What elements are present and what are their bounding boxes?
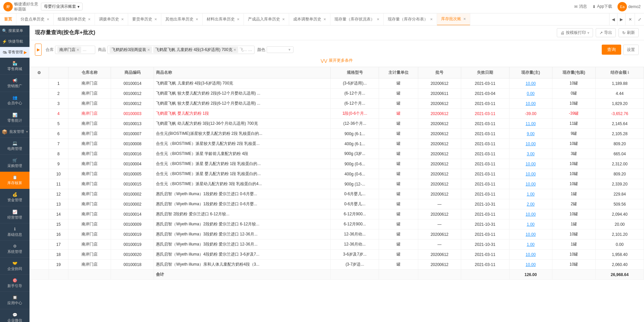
refresh-button[interactable]: ↻ 刷新 bbox=[619, 28, 639, 37]
sidebar-search[interactable]: 🔍 搜索菜单 bbox=[0, 25, 30, 36]
row-settings[interactable] bbox=[30, 149, 49, 159]
tab-chengben[interactable]: 成本调整单历史 ✕ bbox=[289, 13, 330, 25]
warehouse-tag-container[interactable]: 南岸门店 ✕ … bbox=[55, 46, 95, 54]
row-settings[interactable] bbox=[30, 159, 49, 169]
sidebar-item-retail-shop[interactable]: 🏪 零售商城 bbox=[0, 58, 30, 75]
tab-close-chengben[interactable]: ✕ bbox=[323, 17, 326, 21]
sidebar-quicknav[interactable]: ⚡ 快捷导航 bbox=[0, 36, 30, 47]
tab-close-zuzhuan[interactable]: ✕ bbox=[88, 17, 91, 21]
message-button[interactable]: ✉ 消息 bbox=[574, 4, 587, 9]
th-settings[interactable]: ⚙ bbox=[30, 67, 49, 78]
row-qty-main-link[interactable]: 10.00 bbox=[526, 212, 536, 217]
sidebar-item-ecommerce[interactable]: 💻 电商管理 bbox=[0, 138, 30, 155]
row-settings[interactable] bbox=[30, 139, 49, 149]
filter-expand-button[interactable]: ▶ bbox=[35, 44, 42, 56]
row-settings[interactable] bbox=[30, 209, 49, 219]
warehouse-tag-remove[interactable]: ✕ bbox=[76, 48, 79, 52]
sidebar-item-system[interactable]: ⚙ 系统管理 bbox=[0, 240, 30, 258]
nav-close-all[interactable]: ✕ bbox=[625, 13, 635, 25]
sidebar-item-retail-management[interactable]: 🛍 零售管理 ▶ bbox=[0, 47, 30, 58]
sidebar-item-member[interactable]: 👥 会员中心 bbox=[0, 92, 30, 109]
row-settings[interactable] bbox=[30, 179, 49, 189]
row-qty-main-link[interactable]: 1.00 bbox=[527, 222, 534, 227]
sidebar-item-apps[interactable]: 🔲 应用中心 bbox=[0, 292, 30, 309]
nav-arrow-left[interactable]: ◀ bbox=[609, 13, 617, 25]
filter-more-warehouse[interactable]: … bbox=[83, 47, 87, 52]
row-qty-main-link[interactable]: 0.00 bbox=[527, 91, 534, 96]
tab-close-yaohuo[interactable]: ✕ bbox=[154, 17, 157, 21]
row-settings[interactable] bbox=[30, 89, 49, 99]
row-settings[interactable] bbox=[30, 189, 49, 199]
nav-arrow-right[interactable]: ▶ bbox=[617, 13, 625, 25]
row-qty-main-link[interactable]: 1.00 bbox=[527, 192, 534, 197]
tab-zuzhuan[interactable]: 组装拆卸单历史 ✕ bbox=[54, 13, 95, 25]
tab-close-cailiao[interactable]: ✕ bbox=[237, 17, 239, 21]
query-button[interactable]: 查询 bbox=[602, 45, 621, 55]
sidebar-item-retail-stats[interactable]: 📊 零售统计 bbox=[0, 109, 30, 126]
row-settings[interactable] bbox=[30, 250, 49, 260]
expand-more-conditions[interactable]: ⋁⋁ 展开更多条件 bbox=[35, 58, 639, 63]
sidebar-item-purchase[interactable]: 🛒 采购管理 bbox=[0, 155, 30, 172]
sidebar-item-basics[interactable]: ℹ 基础信息 bbox=[0, 223, 30, 240]
download-button[interactable]: ⬇ App下载 bbox=[592, 4, 612, 9]
row-qty-main-link[interactable]: 10.00 bbox=[526, 142, 536, 146]
row-qty-main-link[interactable]: 10.00 bbox=[526, 101, 536, 106]
nav-maximize[interactable]: ⤢ bbox=[635, 13, 644, 25]
org-select[interactable]: 母婴行业演示账套 ▾ bbox=[41, 3, 83, 10]
row-qty-main-link[interactable]: 10.00 bbox=[526, 262, 536, 267]
tab-close-fenpan[interactable]: ✕ bbox=[47, 17, 49, 21]
tab-close-xiancun2[interactable]: ✕ bbox=[430, 17, 433, 21]
tab-close-kucun[interactable]: ✕ bbox=[463, 17, 466, 21]
tab-diaobo[interactable]: 调拨单历史 ✕ bbox=[95, 13, 128, 25]
row-settings[interactable] bbox=[30, 219, 49, 229]
tab-xiancun1[interactable]: 现存量（库存状况表） ✕ bbox=[330, 13, 384, 25]
row-qty-main-link[interactable]: 1.00 bbox=[527, 242, 534, 247]
tab-close-xiancun1[interactable]: ✕ bbox=[377, 17, 379, 21]
tab-chanchen[interactable]: 产成品入库单历史 ✕ bbox=[244, 13, 289, 25]
user-profile[interactable]: Ea demo2 bbox=[618, 2, 641, 11]
tab-qitachu[interactable]: 其他出库单历史 ✕ bbox=[161, 13, 203, 25]
row-qty-main-link[interactable]: 9.00 bbox=[527, 131, 534, 136]
row-qty-main-link[interactable]: 2.00 bbox=[527, 202, 534, 207]
product-tag-1-remove[interactable]: ✕ bbox=[147, 48, 150, 52]
product-tag-2-remove[interactable]: ✕ bbox=[233, 48, 236, 52]
row-qty-main-link[interactable]: 10.00 bbox=[526, 81, 536, 86]
sidebar-item-guide[interactable]: 🎯 新手引导 bbox=[0, 275, 30, 292]
sidebar-item-operations[interactable]: 📈 经营管理 bbox=[0, 206, 30, 223]
row-qty-main-link[interactable]: 10.00 bbox=[526, 252, 536, 257]
sidebar-item-wholesale[interactable]: 📦 批发管理 ▾ bbox=[0, 126, 30, 138]
row-settings[interactable] bbox=[30, 260, 49, 270]
tab-close-chanchen[interactable]: ✕ bbox=[282, 17, 285, 21]
row-qty-main-link[interactable]: 10.00 bbox=[526, 172, 536, 176]
export-button[interactable]: ↗ 导出 bbox=[596, 28, 616, 37]
tab-close-diaobo[interactable]: ✕ bbox=[121, 17, 124, 21]
row-settings[interactable] bbox=[30, 129, 49, 139]
color-filter-container[interactable]: ▾ bbox=[267, 46, 293, 53]
row-qty-main-link[interactable]: 10.00 bbox=[526, 232, 536, 237]
print-button[interactable]: 🖨 按模板打印 ▾ bbox=[557, 28, 593, 37]
row-settings[interactable] bbox=[30, 169, 49, 179]
filter-more-product[interactable]: … bbox=[248, 47, 252, 52]
row-settings[interactable] bbox=[30, 239, 49, 250]
tab-kucun[interactable]: 库存批次账 ✕ bbox=[437, 13, 470, 25]
tab-cailiao[interactable]: 材料出库单历史 ✕ bbox=[203, 13, 244, 25]
tab-home[interactable]: 首页 bbox=[0, 13, 16, 25]
row-qty-main-link[interactable]: 3.00 bbox=[527, 152, 534, 156]
settings-button[interactable]: 设置 bbox=[623, 45, 639, 55]
tab-fenpan[interactable]: 分盘点单历史 ✕ bbox=[16, 13, 54, 25]
row-settings[interactable] bbox=[30, 119, 49, 129]
row-settings[interactable] bbox=[30, 229, 49, 239]
sidebar-item-marketing[interactable]: 📢 营销推广 bbox=[0, 75, 30, 92]
amount-info-icon[interactable]: ℹ bbox=[628, 70, 629, 74]
tab-yaohuo[interactable]: 要货单历史 ✕ bbox=[128, 13, 161, 25]
tab-close-qitachu[interactable]: ✕ bbox=[196, 17, 198, 21]
sidebar-item-collab[interactable]: 🤝 企业协同 bbox=[0, 258, 30, 275]
sidebar-item-wechat[interactable]: 💬 企业微信 bbox=[0, 309, 30, 322]
sidebar-item-inventory[interactable]: 📋 库存核算 bbox=[0, 172, 30, 189]
row-qty-main-link[interactable]: 10.00 bbox=[526, 162, 536, 166]
row-qty-main-link[interactable]: 10.00 bbox=[526, 182, 536, 186]
tab-xiancun2[interactable]: 现存量（库存分布表） ✕ bbox=[384, 13, 437, 25]
row-settings[interactable] bbox=[30, 199, 49, 209]
row-settings[interactable] bbox=[30, 109, 49, 119]
row-settings[interactable] bbox=[30, 99, 49, 109]
